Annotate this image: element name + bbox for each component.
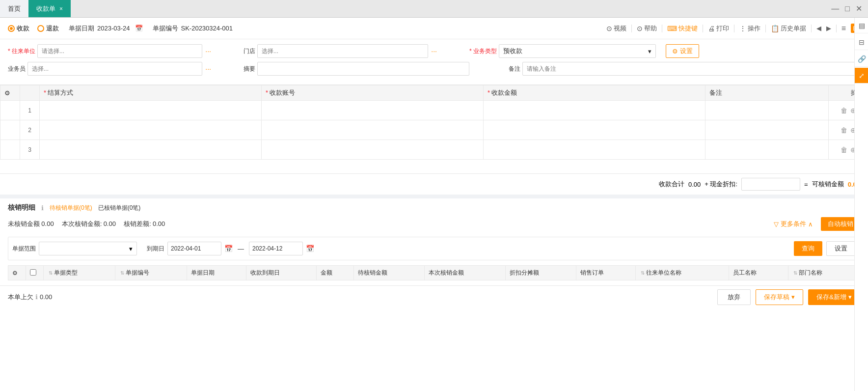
tab-close-icon[interactable]: × bbox=[59, 5, 63, 12]
discount-input[interactable] bbox=[741, 178, 800, 191]
cell-row-id: 2 bbox=[20, 120, 40, 140]
store-more-btn[interactable]: ··· bbox=[428, 47, 440, 55]
close-btn[interactable]: ✕ bbox=[856, 4, 862, 13]
tab-receipt[interactable]: 收款单 × bbox=[28, 0, 71, 17]
bill-date-label: 单据日期 bbox=[69, 24, 94, 33]
range-select[interactable]: ▾ bbox=[39, 242, 137, 255]
cell-amount[interactable] bbox=[483, 140, 705, 160]
cell-settlement[interactable] bbox=[40, 120, 262, 140]
current-label: 本单上欠 bbox=[8, 293, 33, 302]
delete-icon[interactable]: 🗑 bbox=[841, 107, 847, 114]
operation-label: 操作 bbox=[748, 24, 760, 33]
help-icon-small[interactable]: ℹ bbox=[35, 293, 38, 301]
total-value: 0.00 bbox=[688, 181, 701, 188]
calendar-from-icon[interactable]: 📅 bbox=[224, 245, 233, 252]
radio-receipt[interactable]: 收款 bbox=[8, 24, 29, 33]
range-label: 单据范围 bbox=[12, 245, 36, 253]
done-tab[interactable]: 已核销单据(0笔) bbox=[98, 204, 141, 212]
setting-btn[interactable]: 设置 bbox=[826, 241, 856, 256]
cell-remarks[interactable] bbox=[705, 120, 828, 140]
bill-number-value: SK-20230324-001 bbox=[181, 25, 233, 32]
abandon-btn[interactable]: 放弃 bbox=[717, 289, 751, 305]
print-btn[interactable]: 🖨 打印 bbox=[708, 24, 729, 33]
staff-input[interactable] bbox=[27, 62, 202, 76]
btcol-receipt-date: 收款到期日 bbox=[246, 266, 316, 280]
sidebar-icon-4[interactable]: ⤢ bbox=[855, 68, 868, 84]
sidebar-icon-2[interactable]: ⊟ bbox=[855, 34, 868, 50]
unverified-stat: 未核销金额 0.00 bbox=[8, 220, 54, 228]
settings-btn[interactable]: ⚙ 设置 bbox=[666, 44, 699, 58]
more-conditions-btn[interactable]: ▽ 更多条件 ∧ bbox=[774, 220, 813, 228]
arrow-left-icon[interactable]: ◀ bbox=[816, 25, 821, 32]
shortcut-btn[interactable]: ⌨ 快捷键 bbox=[667, 24, 698, 33]
list-icon[interactable]: ≡ bbox=[841, 24, 846, 33]
info-icon[interactable]: ℹ bbox=[41, 204, 44, 212]
help-btn[interactable]: ⊙ 帮助 bbox=[637, 24, 657, 33]
save-dropdown-icon[interactable]: ▾ bbox=[848, 293, 852, 301]
receivable-label: 可核销金额 bbox=[812, 180, 844, 189]
bill-number-field: 单据编号 SK-20230324-001 bbox=[153, 24, 233, 33]
radio-refund-dot bbox=[37, 25, 44, 32]
cell-account[interactable] bbox=[261, 120, 483, 140]
store-input[interactable] bbox=[257, 44, 428, 58]
col-settings[interactable]: ⚙ bbox=[0, 85, 20, 101]
draft-btn-label: 保存草稿 bbox=[764, 293, 789, 302]
business-type-select[interactable]: 预收款 ▾ bbox=[499, 44, 656, 58]
sidebar-icon-1[interactable]: ▤ bbox=[855, 18, 868, 33]
vendor-input[interactable] bbox=[37, 44, 202, 58]
summary-label: 摘要 bbox=[244, 65, 255, 73]
auto-btn-label: 自动核销 bbox=[828, 220, 853, 227]
radio-refund[interactable]: 退款 bbox=[37, 24, 59, 33]
remarks-input[interactable] bbox=[522, 62, 860, 76]
cell-remarks[interactable] bbox=[705, 101, 828, 120]
arrow-right-icon[interactable]: ▶ bbox=[826, 25, 831, 32]
delete-icon[interactable]: 🗑 bbox=[841, 126, 847, 134]
range-dropdown-icon: ▾ bbox=[129, 245, 133, 252]
save-btn[interactable]: 保存&新增 ▾ bbox=[808, 289, 860, 305]
delete-icon[interactable]: 🗑 bbox=[841, 146, 847, 154]
equals-sign: = bbox=[804, 181, 808, 188]
cell-remarks[interactable] bbox=[705, 140, 828, 160]
btcol-checkbox[interactable] bbox=[26, 266, 44, 280]
col-account-label: 收款账号 bbox=[270, 89, 295, 96]
history-btn[interactable]: 📋 历史单据 bbox=[771, 24, 806, 33]
vendor-more-btn[interactable]: ··· bbox=[202, 47, 214, 55]
cell-account[interactable] bbox=[261, 101, 483, 120]
current-value: 0.00 bbox=[104, 220, 116, 227]
date-to-input[interactable] bbox=[249, 242, 303, 255]
minimize-btn[interactable]: — bbox=[831, 4, 839, 13]
cell-settlement[interactable] bbox=[40, 140, 262, 160]
maximize-btn[interactable]: □ bbox=[845, 4, 850, 13]
bill-date-value: 2023-03-24 bbox=[97, 25, 130, 32]
sidebar-icon-3[interactable]: 🔗 bbox=[855, 51, 868, 67]
pending-tab[interactable]: 待核销单据(0笔) bbox=[50, 204, 92, 212]
divider3 bbox=[703, 25, 703, 32]
cell-settlement[interactable] bbox=[40, 101, 262, 120]
btcol-settings[interactable]: ⚙ bbox=[8, 266, 26, 280]
sort-icon: ⇅ bbox=[641, 270, 645, 276]
calendar-icon[interactable]: 📅 bbox=[135, 25, 143, 32]
vendor-label: * 往来单位 bbox=[8, 47, 35, 56]
summary-input[interactable] bbox=[257, 62, 469, 76]
help-icon: ⊙ bbox=[637, 25, 643, 32]
cell-amount[interactable] bbox=[483, 120, 705, 140]
vendor-field: * 往来单位 ··· bbox=[8, 44, 214, 58]
unverified-value: 0.00 bbox=[41, 220, 54, 227]
date-from-input[interactable] bbox=[167, 242, 221, 255]
stats-row: 未核销金额 0.00 本次核销金额: 0.00 核销差额: 0.00 ▽ 更多条… bbox=[8, 217, 860, 231]
staff-more-btn[interactable]: ··· bbox=[202, 65, 214, 73]
calendar-to-icon[interactable]: 📅 bbox=[306, 245, 314, 252]
col-amount: * 收款金额 bbox=[483, 85, 705, 101]
cell-amount[interactable] bbox=[483, 101, 705, 120]
query-btn[interactable]: 查询 bbox=[794, 241, 822, 256]
btcol-discount: 折扣分摊额 bbox=[506, 266, 576, 280]
business-type-value: 预收款 bbox=[503, 47, 522, 56]
draft-dropdown-icon[interactable]: ▾ bbox=[791, 293, 795, 301]
select-all-checkbox[interactable] bbox=[30, 269, 36, 276]
col-remarks-label: 备注 bbox=[709, 89, 722, 96]
operation-btn[interactable]: ⋮ 操作 bbox=[739, 24, 760, 33]
tab-home[interactable]: 首页 bbox=[0, 0, 28, 17]
draft-btn[interactable]: 保存草稿 ▾ bbox=[756, 289, 803, 305]
cell-account[interactable] bbox=[261, 140, 483, 160]
video-btn[interactable]: ⊙ 视频 bbox=[606, 24, 626, 33]
